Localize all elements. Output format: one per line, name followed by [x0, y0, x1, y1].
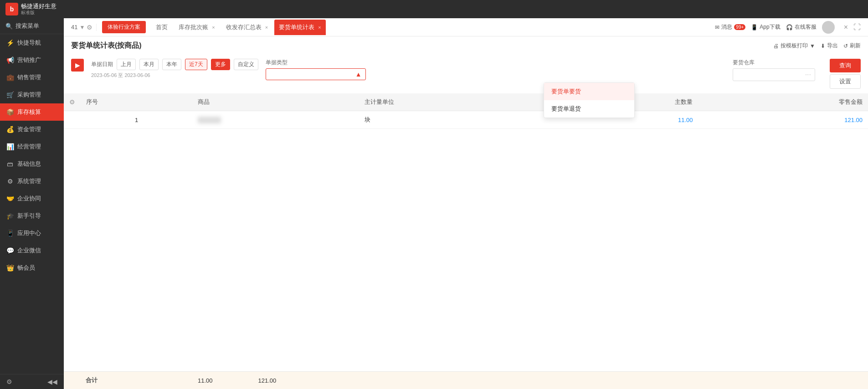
logo-text: 畅捷通好生意 标准版	[21, 3, 56, 15]
sales-icon: 💼	[6, 74, 14, 81]
tab-requisition-stats-close[interactable]: ×	[318, 25, 321, 30]
tab-count: 41	[71, 24, 77, 31]
logo-area: b 畅捷通好生意 标准版	[5, 3, 69, 15]
purchase-icon: 🛒	[6, 91, 14, 98]
settings-btn[interactable]: 设置	[830, 74, 861, 89]
marketing-icon: 📢	[6, 56, 14, 64]
tab-home[interactable]: 首页	[151, 20, 172, 35]
online-service-action[interactable]: 🎧 在线客服	[786, 23, 817, 31]
sidebar-item-guide[interactable]: 🎓 新手引导	[0, 207, 64, 225]
date-range-display: 2023-05-06 至 2023-06-06	[91, 72, 258, 79]
this-year-btn[interactable]: 本年	[162, 59, 181, 70]
export-icon: ⬇	[821, 43, 825, 49]
page-content: 要货单统计表(按商品) 🖨 按模板打印 ▼ ⬇ 导出 ↺	[64, 36, 868, 389]
filter-date-group: 单据日期 上月 本月 本年 近7天 更多 自定义 2023-05-06 至 20…	[91, 59, 258, 79]
headset-icon: 🎧	[786, 24, 793, 31]
guide-icon: 🎓	[6, 212, 14, 220]
sidebar-item-label-marketing: 营销推广	[17, 56, 41, 64]
message-label: 消息	[721, 23, 732, 31]
custom-btn[interactable]: 自定义	[234, 59, 258, 70]
print-btn[interactable]: 🖨 按模板打印 ▼	[773, 42, 815, 50]
sidebar-item-finance[interactable]: 💰 资金管理	[0, 121, 64, 138]
tab-inventory-batch-close[interactable]: ×	[212, 25, 215, 30]
app-title: 畅捷通好生意	[21, 3, 56, 10]
column-settings-icon[interactable]: ⚙	[69, 98, 75, 106]
warehouse-input[interactable]	[737, 72, 805, 78]
page-title: 要货单统计表(按商品)	[71, 41, 142, 51]
filter-expand-btn[interactable]: ▶	[71, 59, 84, 72]
tab-settings-icon[interactable]: ⚙	[87, 24, 92, 31]
finance-icon: 💰	[6, 126, 14, 133]
sidebar-item-marketing[interactable]: 📢 营销推广	[0, 51, 64, 69]
table-header-row: ⚙ 序号 商品 主计量单位 主数量 零售金额	[64, 93, 868, 111]
sidebar-search-label: 搜索菜单	[15, 22, 39, 30]
type-input[interactable]	[270, 71, 355, 77]
table-container: ⚙ 序号 商品 主计量单位 主数量 零售金额 1	[64, 93, 868, 371]
message-action[interactable]: ✉ 消息 99+	[715, 23, 745, 31]
member-icon: 👑	[6, 264, 14, 271]
row-seq: 1	[81, 111, 192, 129]
export-btn[interactable]: ⬇ 导出	[821, 42, 838, 50]
sidebar-search[interactable]: 🔍 搜索菜单	[0, 18, 64, 34]
app-download-label: App下载	[760, 23, 780, 31]
sidebar-item-inventory[interactable]: 📦 库存核算	[0, 103, 64, 121]
total-amount: 121.00	[258, 377, 277, 384]
tab-dropdown-icon[interactable]: ▼	[79, 24, 85, 31]
refresh-btn[interactable]: ↺ 刷新	[843, 42, 861, 50]
sidebar-item-wechat[interactable]: 💬 企业微信	[0, 242, 64, 259]
sidebar-item-system[interactable]: ⚙ 系统管理	[0, 173, 64, 190]
sidebar-item-sales[interactable]: 💼 销售管理	[0, 69, 64, 86]
tab-bar-left: 41 ▼ ⚙ 体验行业方案 首页 库存批次账 × 收发存汇总表 × 要货单统计表	[64, 20, 329, 35]
col-product-header: 商品	[192, 93, 359, 111]
app-download-action[interactable]: 📱 App下载	[751, 23, 780, 31]
type-label: 单据类型	[266, 59, 366, 67]
window-close-btn[interactable]: ×	[844, 23, 848, 31]
query-btn[interactable]: 查询	[830, 59, 861, 72]
more-btn[interactable]: 更多	[211, 59, 230, 70]
sidebar-item-enterprise[interactable]: 🤝 企业协同	[0, 190, 64, 207]
sidebar-collapse-btn[interactable]: ◀◀	[47, 378, 57, 385]
sidebar-settings-btn[interactable]: ⚙	[6, 378, 12, 385]
col-unit-header: 主计量单位	[359, 93, 558, 111]
sidebar-item-label-purchase: 采购管理	[17, 91, 41, 99]
filter-warehouse-group: 要货仓库 ···	[733, 59, 815, 81]
main-layout: 🔍 搜索菜单 ⚡ 快捷导航 📢 营销推广 💼 销售管理 🛒 采购管理 📦 库存核…	[0, 18, 868, 389]
sidebar-item-label-shortcut: 快捷导航	[17, 39, 41, 47]
filter-type-row[interactable]: ▲	[266, 68, 366, 80]
total-label: 合计	[69, 376, 98, 384]
tab-inventory-batch[interactable]: 库存批次账 ×	[174, 20, 219, 35]
trial-btn[interactable]: 体验行业方案	[102, 21, 146, 33]
this-month-btn[interactable]: 本月	[139, 59, 159, 70]
dropdown-item-return[interactable]: 要货单退货	[544, 100, 634, 118]
total-values: 11.00 121.00	[189, 377, 276, 384]
dropdown-item-order[interactable]: 要货单要货	[544, 83, 634, 100]
sidebar-item-purchase[interactable]: 🛒 采购管理	[0, 86, 64, 103]
sidebar-item-shortcut[interactable]: ⚡ 快捷导航	[0, 34, 64, 51]
sidebar-item-label-basic: 基础信息	[17, 160, 41, 168]
phone-icon: 📱	[751, 24, 758, 31]
sidebar-item-label-member: 畅会员	[17, 264, 35, 272]
row-product	[192, 111, 359, 129]
logo-icon: b	[5, 3, 18, 15]
sidebar-item-operations[interactable]: 📊 经营管理	[0, 138, 64, 155]
tab-collect-summary[interactable]: 收发存汇总表 ×	[221, 20, 272, 35]
row-amount[interactable]: 121.00	[698, 111, 868, 129]
user-avatar[interactable]	[822, 21, 835, 34]
type-chevron-icon[interactable]: ▲	[355, 71, 362, 78]
sidebar-item-member[interactable]: 👑 畅会员	[0, 259, 64, 276]
last-month-btn[interactable]: 上月	[117, 59, 136, 70]
tab-bar: 41 ▼ ⚙ 体验行业方案 首页 库存批次账 × 收发存汇总表 × 要货单统计表	[64, 18, 868, 36]
sidebar-item-label-guide: 新手引导	[17, 212, 41, 220]
tab-requisition-stats[interactable]: 要货单统计表 ×	[274, 20, 325, 35]
product-blurred	[198, 117, 221, 123]
sidebar-item-label-finance: 资金管理	[17, 125, 41, 133]
enterprise-icon: 🤝	[6, 195, 14, 202]
sidebar-item-label-appstore: 应用中心	[17, 229, 41, 237]
window-expand-btn[interactable]: ⛶	[853, 23, 861, 31]
sidebar-item-basic[interactable]: 🗃 基础信息	[0, 155, 64, 173]
last7-btn[interactable]: 近7天	[185, 59, 207, 70]
sidebar-item-appstore[interactable]: 📱 应用中心	[0, 225, 64, 242]
type-dropdown: 要货单要货 要货单退货	[544, 82, 635, 118]
row-settings-cell	[64, 111, 81, 129]
tab-collect-summary-close[interactable]: ×	[265, 25, 268, 30]
